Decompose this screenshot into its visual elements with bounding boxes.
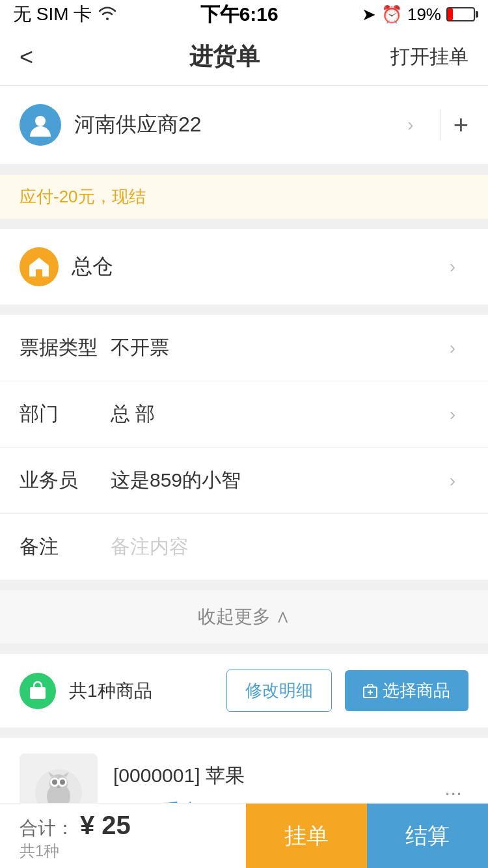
dept-row[interactable]: 部门 总 部 ›: [0, 381, 488, 448]
collapse-label: 收起更多 ∧: [198, 606, 291, 627]
status-right: ➤ ⏰ 19%: [362, 5, 475, 25]
invoice-label: 票据类型: [20, 334, 98, 361]
add-button[interactable]: +: [454, 111, 468, 140]
warehouse-name: 总仓: [72, 252, 450, 281]
sales-value: 这是859的小智: [98, 467, 450, 494]
supplier-chevron-icon: ›: [407, 115, 413, 135]
settle-button[interactable]: 结算: [367, 804, 488, 869]
total-amount: ¥ 25: [80, 811, 131, 839]
products-count: 共1种商品: [69, 679, 213, 703]
total-label: 合计：: [20, 818, 74, 838]
notice-text: 应付-20元，现结: [20, 187, 146, 206]
product-code: [0000001]: [113, 765, 200, 786]
divider: [440, 109, 441, 141]
footer-total: 合计： ¥ 25 共1种: [0, 811, 246, 861]
collapse-bar[interactable]: 收起更多 ∧: [0, 590, 488, 644]
select-product-button[interactable]: 选择商品: [345, 670, 468, 711]
product-title: 苹果: [206, 765, 245, 786]
page-title: 进货单: [189, 41, 260, 73]
open-hang-button[interactable]: 打开挂单: [390, 44, 468, 70]
invoice-row[interactable]: 票据类型 不开票 ›: [0, 315, 488, 381]
warehouse-icon-wrap: [20, 247, 59, 286]
supplier-avatar: [20, 104, 61, 146]
main-content: 河南供应商22 › + 应付-20元，现结 总仓 › 票据类型 不开票 › 部门: [0, 86, 488, 868]
notice-bar: 应付-20元，现结: [0, 175, 488, 219]
products-header: 共1种商品 修改明细 选择商品: [0, 654, 488, 727]
warehouse-chevron-icon: ›: [450, 256, 455, 277]
footer: 合计： ¥ 25 共1种 挂单 结算: [0, 803, 488, 868]
alarm-icon: ⏰: [381, 5, 402, 25]
svg-point-0: [35, 116, 46, 126]
supplier-name: 河南供应商22: [74, 111, 407, 139]
svg-rect-1: [36, 269, 42, 277]
hang-button[interactable]: 挂单: [246, 804, 367, 869]
product-name: [0000001] 苹果: [113, 763, 438, 789]
status-bar: 无 SIM 卡 下午6:16 ➤ ⏰ 19%: [0, 0, 488, 29]
svg-point-12: [60, 780, 65, 785]
select-product-label: 选择商品: [383, 679, 450, 702]
dept-label: 部门: [20, 401, 98, 427]
wifi-icon: [98, 4, 116, 25]
carrier-label: 无 SIM 卡: [13, 2, 92, 27]
location-icon: ➤: [362, 5, 376, 25]
footer-total-row: 合计： ¥ 25: [20, 811, 226, 841]
remark-row[interactable]: 备注 备注内容: [0, 514, 488, 580]
back-button[interactable]: <: [20, 44, 59, 71]
battery-percent: 19%: [407, 5, 441, 25]
invoice-chevron-icon: ›: [450, 338, 455, 359]
sales-row[interactable]: 业务员 这是859的小智 ›: [0, 448, 488, 514]
form-section: 票据类型 不开票 › 部门 总 部 › 业务员 这是859的小智 › 备注 备注…: [0, 315, 488, 580]
dept-value: 总 部: [98, 401, 450, 427]
battery-icon: [446, 7, 475, 21]
svg-rect-2: [30, 687, 46, 699]
supplier-row[interactable]: 河南供应商22 › +: [0, 86, 488, 165]
products-icon-wrap: [20, 673, 56, 709]
remark-input[interactable]: 备注内容: [98, 534, 468, 560]
svg-point-11: [52, 780, 57, 785]
edit-detail-button[interactable]: 修改明细: [226, 670, 332, 712]
remark-label: 备注: [20, 534, 98, 560]
supplier-card: 河南供应商22 › +: [0, 86, 488, 165]
nav-bar: < 进货单 打开挂单: [0, 29, 488, 86]
sales-chevron-icon: ›: [450, 470, 455, 491]
invoice-value: 不开票: [98, 334, 450, 361]
sales-label: 业务员: [20, 467, 98, 494]
status-left: 无 SIM 卡: [13, 2, 116, 27]
footer-sub-label: 共1种: [20, 841, 226, 861]
dept-chevron-icon: ›: [450, 404, 455, 425]
status-time: 下午6:16: [200, 1, 278, 28]
warehouse-row[interactable]: 总仓 ›: [0, 229, 488, 305]
